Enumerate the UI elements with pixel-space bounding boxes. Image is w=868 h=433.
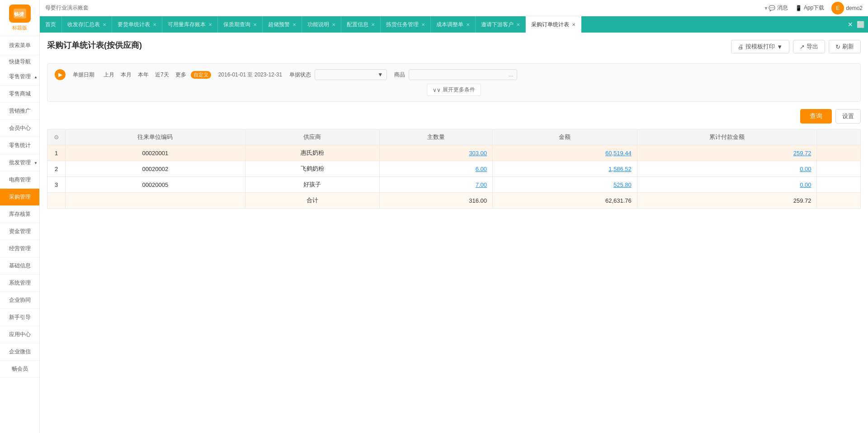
sidebar-item-enterprise-collab[interactable]: 企业协同: [0, 292, 39, 309]
search-menu-item[interactable]: 搜索菜单: [3, 40, 37, 51]
summary-amount: 62,631.76: [492, 193, 637, 209]
message-action[interactable]: 💬 消息: [769, 4, 788, 12]
close-config-info-icon[interactable]: ✕: [371, 22, 375, 27]
column-settings-icon[interactable]: ⚙: [54, 134, 59, 141]
status-label: 单据状态: [289, 71, 311, 79]
sidebar-item-retail-mall[interactable]: 零售商城: [0, 86, 39, 103]
table-body: 1 00020001 惠氏奶粉 303.00 60,519.44 259.72 …: [47, 145, 861, 209]
refresh-button[interactable]: ↻ 刷新: [829, 40, 861, 53]
message-label: 消息: [777, 4, 788, 12]
quick-nav-item[interactable]: 快捷导航: [0, 55, 39, 68]
topbar-title: 母婴行业演示账套: [45, 4, 764, 12]
date-filter-label: 单据日期: [73, 71, 94, 79]
tab-config-info[interactable]: 配置信息 ✕: [341, 16, 381, 33]
shortcut-more[interactable]: 更多: [174, 70, 188, 80]
row-paid-2: 0.00: [637, 161, 817, 177]
sidebar-item-retail-mgmt[interactable]: 零售管理: [0, 68, 39, 86]
filter-bar: ▶ 单据日期 上月 本月 本年 近7天 更多 自定义 2016-01-01 至 …: [47, 63, 861, 102]
sidebar-item-inventory-check[interactable]: 库存核算: [0, 206, 39, 223]
close-available-inventory-icon[interactable]: ✕: [208, 22, 212, 27]
row-amount-3: 525.80: [492, 177, 637, 193]
app-download-action[interactable]: 📱 App下载: [795, 4, 824, 12]
goods-more-icon[interactable]: ...: [509, 71, 513, 78]
sidebar-item-wholesale-mgmt[interactable]: 批发管理: [0, 154, 39, 171]
close-overstock-warning-icon[interactable]: ✕: [292, 22, 296, 27]
tab-pick-task[interactable]: 拣货任务管理 ✕: [381, 16, 431, 33]
search-menu-area[interactable]: 搜索菜单: [0, 36, 39, 55]
shortcut-7-days[interactable]: 近7天: [153, 70, 171, 80]
logo-area: 畅捷 标题版: [0, 0, 39, 36]
status-select[interactable]: ▼: [315, 69, 387, 80]
tab-function-desc[interactable]: 功能说明 ✕: [302, 16, 341, 33]
sidebar-item-purchase-mgmt[interactable]: 采购管理: [0, 189, 39, 206]
tab-receive-summary[interactable]: 收发存汇总表 ✕: [62, 16, 112, 33]
sidebar-item-basic-info[interactable]: 基础信息: [0, 257, 39, 275]
tab-overstock-warning-label: 超储预警: [268, 21, 290, 29]
filter-toggle-btn[interactable]: ▶: [55, 69, 66, 80]
tab-available-inventory[interactable]: 可用量库存账本 ✕: [162, 16, 218, 33]
table-header-row: ⚙ 往来单位编码 供应商 主数量 金额 累计付款金额: [47, 129, 861, 145]
summary-label: 合计: [245, 193, 379, 209]
tab-invite-downstream[interactable]: 邀请下游客户 ✕: [476, 16, 526, 33]
expand-more-btn[interactable]: ∨∨ 展开更多条件: [427, 84, 481, 96]
row-extra-3: [817, 177, 861, 193]
close-invite-downstream-icon[interactable]: ✕: [516, 22, 520, 27]
filter-row-main: ▶ 单据日期 上月 本月 本年 近7天 更多 自定义 2016-01-01 至 …: [55, 69, 853, 80]
sidebar-item-system-mgmt[interactable]: 系统管理: [0, 275, 39, 292]
page-content: 采购订单统计表(按供应商) 🖨 按模板打印 ▼ ↗ 导出 ↻ 刷新: [40, 33, 868, 433]
user-profile[interactable]: E demo2: [831, 2, 863, 14]
page-top-actions: 🖨 按模板打印 ▼ ↗ 导出 ↻ 刷新: [731, 40, 861, 53]
sidebar-item-member-center[interactable]: 会员中心: [0, 120, 39, 137]
th-supplier: 供应商: [245, 129, 379, 145]
tab-cost-adjust[interactable]: 成本调整单 ✕: [431, 16, 476, 33]
close-requisition-summary-icon[interactable]: ✕: [153, 22, 156, 27]
sidebar-item-ecommerce-mgmt[interactable]: 电商管理: [0, 171, 39, 189]
sidebar-item-app-center[interactable]: 应用中心: [0, 326, 39, 343]
settings-button[interactable]: 设置: [835, 109, 861, 124]
sidebar-item-finance-mgmt[interactable]: 资金管理: [0, 223, 39, 240]
print-button[interactable]: 🖨 按模板打印 ▼: [731, 40, 789, 53]
query-button[interactable]: 查询: [800, 109, 832, 124]
sidebar-item-marketing[interactable]: 营销推广: [0, 103, 39, 120]
tab-purchase-summary[interactable]: 采购订单统计表 ✕: [526, 16, 581, 33]
tab-requisition-summary[interactable]: 要货单统计表 ✕: [112, 16, 162, 33]
shortcut-this-month[interactable]: 本月: [119, 70, 133, 80]
topbar-actions: 💬 消息 📱 App下载 E demo2: [769, 2, 863, 14]
tab-function-desc-label: 功能说明: [307, 21, 329, 29]
status-filter-group: 单据状态 ▼: [289, 69, 387, 80]
sidebar-item-new-guide[interactable]: 新手引导: [0, 309, 39, 326]
close-tab-btn[interactable]: ✕: [848, 21, 853, 28]
tab-shelf-life[interactable]: 保质期查询 ✕: [218, 16, 263, 33]
sidebar-item-member[interactable]: 畅会员: [0, 361, 39, 378]
table-row: 2 00020002 飞鹤奶粉 6.00 1,586.52 0.00: [47, 161, 861, 177]
shortcut-this-year[interactable]: 本年: [136, 70, 151, 80]
close-shelf-life-icon[interactable]: ✕: [253, 22, 257, 27]
close-receive-summary-icon[interactable]: ✕: [103, 22, 106, 27]
sidebar-item-retail-stats[interactable]: 零售统计: [0, 137, 39, 154]
sidebar: 畅捷 标题版 搜索菜单 快捷导航 零售管理 零售商城 营销推广 会员中心 零售统…: [0, 0, 40, 433]
table-row: 1 00020001 惠氏奶粉 303.00 60,519.44 259.72: [47, 145, 861, 161]
content-wrapper: 采购订单统计表(按供应商) 🖨 按模板打印 ▼ ↗ 导出 ↻ 刷新: [47, 40, 861, 209]
tab-overstock-warning[interactable]: 超储预警 ✕: [263, 16, 302, 33]
tab-requisition-summary-label: 要货单统计表: [118, 21, 150, 29]
expand-down-icon: ∨∨: [433, 87, 441, 93]
date-shortcuts: 上月 本月 本年 近7天 更多 自定义: [102, 70, 211, 80]
custom-date-badge[interactable]: 自定义: [191, 71, 211, 79]
close-purchase-summary-icon[interactable]: ✕: [572, 22, 576, 27]
sidebar-item-enterprise-wechat[interactable]: 企业微信: [0, 343, 39, 361]
row-quantity-3: 7.00: [379, 177, 492, 193]
close-cost-adjust-icon[interactable]: ✕: [466, 22, 470, 27]
restore-tab-btn[interactable]: ⬜: [857, 21, 864, 28]
dropdown-arrow-icon[interactable]: ▼: [764, 5, 769, 11]
row-paid-3: 0.00: [637, 177, 817, 193]
shortcut-last-month[interactable]: 上月: [102, 70, 116, 80]
th-extra: [817, 129, 861, 145]
tab-home[interactable]: 首页: [40, 16, 62, 33]
export-icon: ↗: [800, 43, 805, 50]
export-button[interactable]: ↗ 导出: [793, 40, 825, 53]
close-pick-task-icon[interactable]: ✕: [421, 22, 425, 27]
close-function-desc-icon[interactable]: ✕: [332, 22, 335, 27]
sidebar-item-operations-mgmt[interactable]: 经营管理: [0, 240, 39, 257]
printer-icon: 🖨: [738, 43, 744, 50]
goods-input[interactable]: ...: [409, 69, 517, 80]
